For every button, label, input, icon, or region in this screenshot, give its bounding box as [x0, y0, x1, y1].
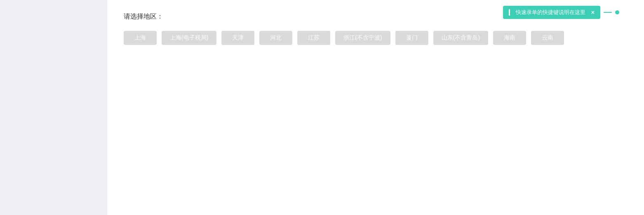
tooltip-container: 快速录单的快捷键说明在这里 ×	[503, 6, 619, 19]
region-button-7[interactable]: 山东(不含青岛)	[433, 31, 488, 45]
region-button-2[interactable]: 天津	[221, 31, 254, 45]
tooltip-dot	[615, 10, 619, 14]
region-buttons: 上海上海(电子税局)天津河北江苏浙江(不含宁波)厦门山东(不含青岛)海南云南	[124, 31, 628, 45]
region-button-1[interactable]: 上海(电子税局)	[162, 31, 216, 45]
main-content: 请选择地区： 上海上海(电子税局)天津河北江苏浙江(不含宁波)厦门山东(不含青岛…	[107, 0, 644, 215]
region-button-6[interactable]: 厦门	[395, 31, 428, 45]
tooltip-text: 快速录单的快捷键说明在这里	[516, 9, 585, 16]
region-button-9[interactable]: 云南	[531, 31, 564, 45]
region-button-8[interactable]: 海南	[493, 31, 526, 45]
bar-indicator-icon	[509, 9, 510, 16]
tooltip-box: 快速录单的快捷键说明在这里 ×	[503, 6, 600, 19]
region-button-5[interactable]: 浙江(不含宁波)	[335, 31, 390, 45]
tooltip-close-button[interactable]: ×	[591, 9, 595, 16]
region-button-4[interactable]: 江苏	[297, 31, 330, 45]
region-button-3[interactable]: 河北	[259, 31, 292, 45]
tooltip-line	[604, 12, 612, 13]
sidebar	[0, 0, 107, 215]
region-button-0[interactable]: 上海	[124, 31, 157, 45]
